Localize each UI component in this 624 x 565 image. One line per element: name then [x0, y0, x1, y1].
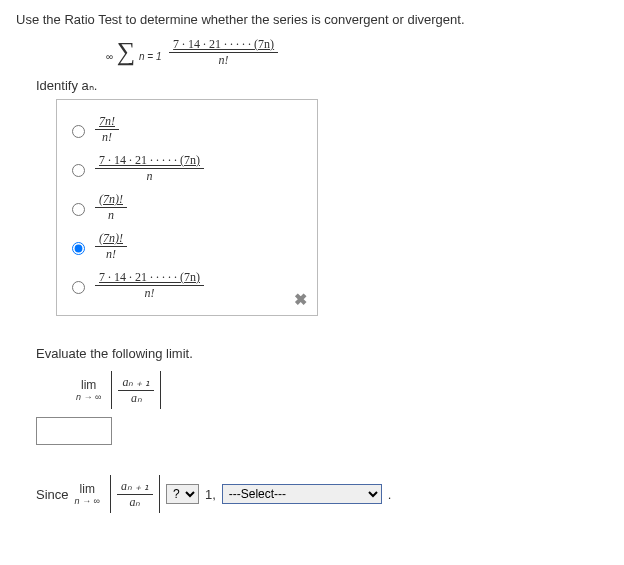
answer-options-box: 7n! n! 7 · 14 · 21 · · · · · (7n) n (7n)… [56, 99, 318, 316]
option-3-den: n [95, 208, 127, 223]
option-5: 7 · 14 · 21 · · · · · (7n) n! [67, 270, 307, 301]
conclusion-absolute-value: aₙ ₊ ₁ aₙ [110, 475, 160, 513]
absolute-value: aₙ ₊ ₁ aₙ [111, 371, 161, 409]
limit-answer-input[interactable] [36, 417, 112, 445]
identify-label: Identify aₙ. [36, 78, 608, 93]
conclusion-limit-operator: lim n → ∞ [75, 482, 100, 506]
ratio-num: aₙ ₊ ₁ [118, 375, 154, 391]
evaluate-label: Evaluate the following limit. [36, 346, 608, 361]
sigma-notation: ∞ ∑ n = 1 [106, 42, 161, 63]
limit-operator: lim n → ∞ [76, 378, 101, 402]
option-1-den: n! [95, 130, 119, 145]
since-label: Since [36, 487, 69, 502]
option-3: (7n)! n [67, 192, 307, 223]
conclusion-ratio-den: aₙ [117, 495, 153, 510]
option-1-expr: 7n! n! [95, 114, 119, 145]
option-3-expr: (7n)! n [95, 192, 127, 223]
series-denominator: n! [169, 53, 278, 68]
option-4-radio[interactable] [72, 242, 85, 255]
sum-upper: ∞ [106, 51, 113, 62]
limit-sub: n → ∞ [76, 392, 101, 402]
option-4: (7n)! n! [67, 231, 307, 262]
option-5-expr: 7 · 14 · 21 · · · · · (7n) n! [95, 270, 204, 301]
option-5-den: n! [95, 286, 204, 301]
comparison-select[interactable]: ? [166, 484, 199, 504]
option-3-num: (7n)! [95, 192, 127, 208]
conclusion-limit-word: lim [75, 482, 100, 496]
close-icon[interactable]: ✖ [291, 291, 309, 309]
option-2: 7 · 14 · 21 · · · · · (7n) n [67, 153, 307, 184]
option-1-num: 7n! [95, 114, 119, 130]
limit-word: lim [76, 378, 101, 392]
conclusion-line: Since lim n → ∞ aₙ ₊ ₁ aₙ ? 1, ---Select… [36, 475, 608, 513]
option-1-radio[interactable] [72, 125, 85, 138]
question-prompt: Use the Ratio Test to determine whether … [16, 12, 608, 27]
option-5-num: 7 · 14 · 21 · · · · · (7n) [95, 270, 204, 286]
option-3-radio[interactable] [72, 203, 85, 216]
ratio-fraction: aₙ ₊ ₁ aₙ [118, 375, 154, 406]
option-2-den: n [95, 169, 204, 184]
option-4-num: (7n)! [95, 231, 127, 247]
conclusion-ratio-num: aₙ ₊ ₁ [117, 479, 153, 495]
option-4-den: n! [95, 247, 127, 262]
sum-lower: n = 1 [139, 51, 162, 62]
ratio-den: aₙ [118, 391, 154, 406]
series-numerator: 7 · 14 · 21 · · · · · (7n) [169, 37, 278, 53]
sigma-symbol: ∑ [117, 37, 136, 66]
option-2-radio[interactable] [72, 164, 85, 177]
conclusion-ratio: aₙ ₊ ₁ aₙ [117, 479, 153, 510]
option-2-expr: 7 · 14 · 21 · · · · · (7n) n [95, 153, 204, 184]
one-label: 1, [205, 487, 216, 502]
conclusion-limit-sub: n → ∞ [75, 496, 100, 506]
limit-expression: lim n → ∞ aₙ ₊ ₁ aₙ [76, 371, 608, 409]
conclusion-select[interactable]: ---Select--- [222, 484, 382, 504]
series-fraction: 7 · 14 · 21 · · · · · (7n) n! [169, 37, 278, 68]
option-1: 7n! n! [67, 114, 307, 145]
option-4-expr: (7n)! n! [95, 231, 127, 262]
option-2-num: 7 · 14 · 21 · · · · · (7n) [95, 153, 204, 169]
option-5-radio[interactable] [72, 281, 85, 294]
period-label: . [388, 487, 392, 502]
series-formula: ∞ ∑ n = 1 7 · 14 · 21 · · · · · (7n) n! [106, 37, 608, 68]
